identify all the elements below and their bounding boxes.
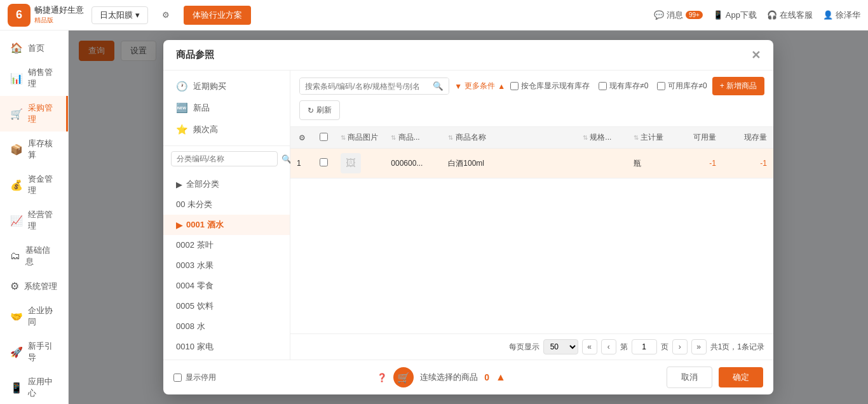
nav-dropdown[interactable]: 日太阳膜 ▾	[92, 6, 148, 24]
sidebar-item-finance[interactable]: 💰 资金管理	[0, 167, 68, 203]
sidebar-item-operations[interactable]: 📈 经营管理	[0, 203, 68, 238]
sidebar-item-sales[interactable]: 📊 销售管理	[0, 60, 68, 96]
sidebar-item-collab[interactable]: 🤝 企业协同	[0, 299, 68, 334]
next-page-button[interactable]: ›	[672, 339, 688, 354]
product-table-wrap: ⚙ ⇅ 商品图片 ⇅ 商品...	[290, 127, 773, 333]
sales-icon: 📊	[10, 72, 23, 84]
category-item-0001[interactable]: ▶ 0001 酒水	[163, 215, 290, 235]
checkbox-stock-label[interactable]: 现有库存≠0	[599, 81, 648, 91]
product-search-button[interactable]: 🔍	[428, 78, 449, 94]
sidebar-item-system[interactable]: ⚙ 系统管理	[0, 274, 68, 299]
main-area: 查询 设置 刷新 商品参照 ✕ 🕐	[69, 30, 868, 404]
per-page-select[interactable]: 50 10 20 100	[543, 339, 578, 354]
category-item-0010[interactable]: 0010 家电	[163, 337, 290, 357]
page-number-input[interactable]	[632, 339, 657, 354]
col-stock-header[interactable]: 现存量	[722, 127, 773, 149]
modal-footer: 显示停用 ❓ 🛒 连续选择的商品 0 ▲ 取消 确定	[163, 360, 773, 394]
sidebar-item-guide[interactable]: 🚀 新手引导	[0, 334, 68, 370]
row-check[interactable]	[313, 149, 334, 178]
sidebar-item-base[interactable]: 🗂 基础信息	[0, 238, 68, 274]
sidebar-item-apps[interactable]: 📱 应用中心	[0, 370, 68, 404]
product-search-bar: 🔍	[299, 77, 449, 95]
product-image: 🖼	[341, 153, 361, 173]
select-all-checkbox[interactable]	[320, 133, 328, 141]
refresh-button[interactable]: ↻ 刷新	[299, 100, 340, 120]
row-checkbox[interactable]	[320, 158, 328, 166]
category-0001-label: 0001 酒水	[186, 219, 224, 231]
experience-button[interactable]: 体验行业方案	[184, 6, 251, 25]
show-disabled-checkbox[interactable]	[173, 374, 182, 382]
col-spec-header[interactable]: ⇅ 规格...	[576, 127, 627, 149]
col-code-header[interactable]: ⇅ 商品...	[384, 127, 442, 149]
category-item-0002[interactable]: 0002 茶叶	[163, 235, 290, 255]
nav-user[interactable]: 👤 徐泽华	[823, 10, 860, 21]
category-item-all[interactable]: ▶ 全部分类	[163, 174, 290, 194]
checkbox-warehouse-label[interactable]: 按仓库显示现有库存	[510, 81, 590, 91]
category-item-0005[interactable]: 0005 饮料	[163, 296, 290, 316]
checkbox-avail-label[interactable]: 可用库存≠0	[657, 81, 707, 91]
sidebar-item-home[interactable]: 🏠 首页	[0, 36, 68, 60]
category-item-00[interactable]: 00 未分类	[163, 194, 290, 215]
sidebar: 🏠 首页 📊 销售管理 🛒 采购管理 📦 库存核算 💰 资金管理 📈 经营管理 …	[0, 30, 69, 404]
nav-recent-label: 近期购买	[193, 81, 226, 92]
modal-close-button[interactable]: ✕	[751, 50, 761, 61]
col-unit-header[interactable]: ⇅ 主计量	[627, 127, 672, 149]
sort-icon: ⇅	[341, 134, 346, 141]
last-page-button[interactable]: »	[691, 339, 707, 354]
arrow-right-icon: ▶	[176, 180, 182, 189]
category-0010-label: 0010 家电	[176, 341, 214, 353]
checkbox-stock-nonzero[interactable]	[599, 82, 607, 90]
star-icon: ⭐	[176, 124, 188, 135]
message-badge: 99+	[686, 11, 703, 19]
col-img-header[interactable]: ⇅ 商品图片	[334, 127, 384, 149]
first-page-button[interactable]: «	[582, 339, 597, 354]
category-item-0003[interactable]: 0003 水果	[163, 255, 290, 276]
filter-up-icon: ▲	[498, 82, 505, 91]
col-settings[interactable]: ⚙	[290, 127, 313, 149]
category-search-input[interactable]	[171, 151, 278, 166]
checkbox-avail-nonzero[interactable]	[657, 82, 665, 90]
nav-frequent[interactable]: ⭐ 频次高	[163, 119, 290, 140]
nav-new-product[interactable]: 🆕 新品	[163, 97, 290, 119]
category-item-0008[interactable]: 0008 水	[163, 316, 290, 337]
help-icon[interactable]: ❓	[377, 373, 387, 382]
nav-app[interactable]: 📱 App下载	[713, 10, 757, 21]
row-img: 🖼	[334, 149, 384, 178]
prev-page-button[interactable]: ‹	[601, 339, 616, 354]
cart-icon[interactable]: 🛒	[393, 367, 414, 387]
sidebar-item-purchase[interactable]: 🛒 采购管理	[0, 96, 68, 131]
category-search-row: 🔍	[163, 146, 290, 172]
sidebar-home-label: 首页	[28, 43, 44, 54]
row-code: 000600...	[384, 149, 442, 178]
modal-title: 商品参照	[176, 49, 214, 61]
checkbox-group: 按仓库显示现有库存 现有库存≠0 可用库存≠0	[510, 81, 707, 91]
settings-icon[interactable]: ⚙	[156, 5, 176, 25]
col-name-header[interactable]: ⇅ 商品名称	[442, 127, 576, 149]
nav-recent-purchase[interactable]: 🕐 近期购买	[163, 76, 290, 97]
sidebar-operations-label: 经营管理	[28, 209, 58, 232]
nav-service[interactable]: 🎧 在线客服	[767, 10, 813, 21]
service-label: 在线客服	[780, 10, 813, 21]
sidebar-sales-label: 销售管理	[28, 67, 58, 90]
col-avail-header[interactable]: 可用量	[672, 127, 722, 149]
add-product-button[interactable]: + 新增商品	[712, 77, 764, 95]
collab-icon: 🤝	[10, 311, 23, 323]
product-search-input[interactable]	[300, 79, 428, 94]
left-panel: 🕐 近期购买 🆕 新品 ⭐ 频次高	[163, 71, 290, 360]
category-item-0004[interactable]: 0004 零食	[163, 276, 290, 296]
cancel-button[interactable]: 取消	[667, 367, 712, 388]
clock-icon: 🕐	[176, 81, 188, 92]
sidebar-collab-label: 企业协同	[28, 305, 58, 328]
nav-message[interactable]: 💬 消息 99+	[654, 10, 703, 21]
col-check-header[interactable]	[313, 127, 334, 149]
checkbox-warehouse[interactable]	[510, 82, 519, 90]
sidebar-item-inventory[interactable]: 📦 库存核算	[0, 131, 68, 167]
table-row[interactable]: 1 🖼 000600... 白酒100ml 瓶	[290, 149, 773, 178]
cart-label: 连续选择的商品	[420, 372, 478, 383]
show-disabled-label: 显示停用	[186, 372, 216, 383]
confirm-button[interactable]: 确定	[719, 367, 763, 387]
more-filter-button[interactable]: ▼ 更多条件 ▲	[454, 81, 505, 91]
message-label: 消息	[667, 10, 683, 21]
sort-unit-icon: ⇅	[634, 134, 639, 141]
collapse-icon[interactable]: ▲	[496, 372, 506, 383]
